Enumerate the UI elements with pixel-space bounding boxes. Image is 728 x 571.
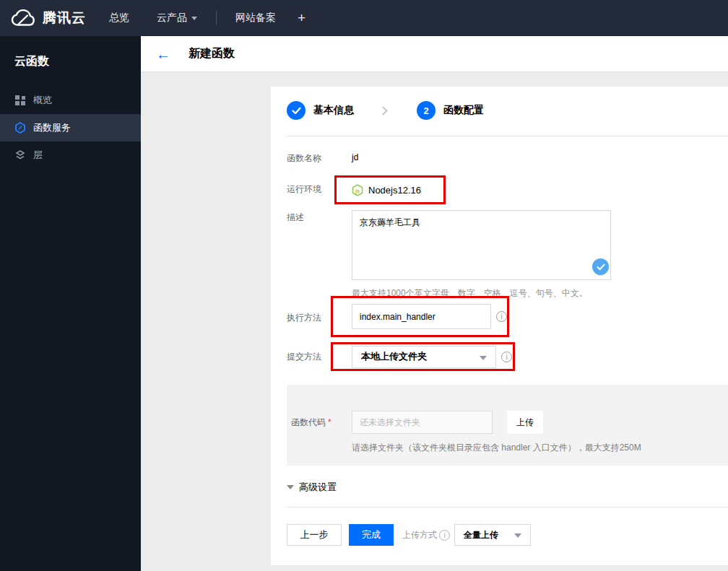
previous-step-button[interactable]: 上一步 [287, 524, 342, 546]
sidebar: 云函数 概览 函数服务 层 [0, 36, 141, 571]
function-hexagon-icon [14, 122, 26, 134]
sidebar-item-function-service[interactable]: 函数服务 [0, 114, 141, 141]
grid-icon [14, 95, 26, 106]
function-name-label: 函数名称 [287, 152, 321, 165]
upload-mode-select[interactable]: 全量上传 [454, 524, 531, 546]
runtime-label: 运行环境 [287, 183, 321, 196]
chevron-down-icon [480, 356, 487, 360]
brand-name: 腾讯云 [43, 9, 86, 27]
divider [287, 507, 728, 507]
triangle-down-icon [287, 485, 294, 489]
create-function-card: 基本信息 2 函数配置 函数名称 jd 运行环境 js Nodejs12.16 … [271, 87, 728, 565]
sidebar-item-overview[interactable]: 概览 [0, 87, 141, 114]
description-label: 描述 [287, 212, 304, 224]
nav-divider [216, 11, 217, 25]
upload-mode-value: 全量上传 [464, 529, 498, 541]
sidebar-item-label: 函数服务 [33, 121, 71, 134]
step2-number: 2 [417, 101, 436, 120]
page-header: ← 新建函数 [141, 36, 728, 72]
nav-products-label: 云产品 [157, 12, 187, 25]
step1-check-icon [287, 101, 306, 120]
nodejs-icon: js [352, 184, 363, 196]
info-icon[interactable] [496, 311, 507, 322]
function-code-hint: 请选择文件夹（该文件夹根目录应包含 handler 入口文件），最大支持250M [352, 442, 641, 454]
back-arrow-icon[interactable]: ← [156, 47, 170, 61]
nav-add-tab-button[interactable]: + [298, 10, 306, 26]
step1-label: 基本信息 [313, 104, 354, 117]
nav-beian[interactable]: 网站备案 [235, 12, 276, 25]
handler-input[interactable] [352, 304, 491, 329]
sidebar-item-label: 概览 [33, 94, 52, 107]
handler-annotation-box [331, 296, 509, 337]
handler-label: 执行方法 [287, 312, 321, 324]
finish-button[interactable]: 完成 [349, 524, 394, 546]
info-icon[interactable] [439, 530, 450, 541]
advanced-settings-toggle[interactable]: 高级设置 [287, 481, 337, 494]
step2-label: 函数配置 [443, 104, 484, 117]
upload-mode-label: 上传方式 [402, 529, 437, 541]
tencent-cloud-logo[interactable]: 腾讯云 [10, 9, 86, 27]
submit-method-label: 提交方法 [287, 351, 321, 363]
description-textarea[interactable]: 京东薅羊毛工具 [352, 210, 611, 280]
submit-method-select[interactable]: 本地上传文件夹 [352, 346, 496, 368]
function-code-panel: 函数代码* 上传 请选择文件夹（该文件夹根目录应包含 handler 入口文件）… [287, 385, 728, 466]
cloud-logo-icon [10, 9, 36, 27]
nav-overview[interactable]: 总览 [109, 12, 129, 25]
top-navbar: 腾讯云 总览 云产品 网站备案 + [0, 0, 728, 36]
chevron-down-icon [191, 17, 197, 20]
submit-method-value: 本地上传文件夹 [361, 350, 427, 363]
svg-text:js: js [355, 188, 360, 193]
upload-button[interactable]: 上传 [507, 411, 543, 434]
submit-method-annotation-box: 本地上传文件夹 [331, 342, 515, 371]
content-area: 基本信息 2 函数配置 函数名称 jd 运行环境 js Nodejs12.16 … [141, 72, 728, 571]
required-asterisk: * [328, 417, 332, 427]
upload-mode: 上传方式 [402, 529, 450, 541]
chevron-right-icon [378, 106, 388, 115]
divider [287, 136, 728, 136]
sidebar-title: 云函数 [0, 36, 141, 87]
valid-check-icon [592, 258, 609, 275]
runtime-annotation-box: js Nodejs12.16 [334, 175, 446, 204]
chevron-down-icon [514, 533, 521, 538]
runtime-value: Nodejs12.16 [368, 185, 421, 196]
sidebar-item-label: 层 [33, 149, 43, 162]
function-name-value: jd [352, 152, 358, 162]
nav-products[interactable]: 云产品 [157, 12, 197, 25]
folder-path-input[interactable] [352, 411, 493, 434]
page-title: 新建函数 [188, 46, 235, 61]
function-code-label: 函数代码* [291, 417, 332, 429]
advanced-settings-label: 高级设置 [299, 481, 337, 494]
function-code-label-text: 函数代码 [291, 417, 326, 427]
footer-actions: 上一步 完成 上传方式 全量上传 [287, 524, 531, 546]
main-area: ← 新建函数 基本信息 2 函数配置 函数名称 jd 运行环境 [141, 36, 728, 571]
sidebar-item-layers[interactable]: 层 [0, 141, 141, 169]
info-icon[interactable] [501, 352, 512, 362]
layers-icon [14, 149, 26, 161]
step-indicator: 基本信息 2 函数配置 [287, 101, 484, 120]
